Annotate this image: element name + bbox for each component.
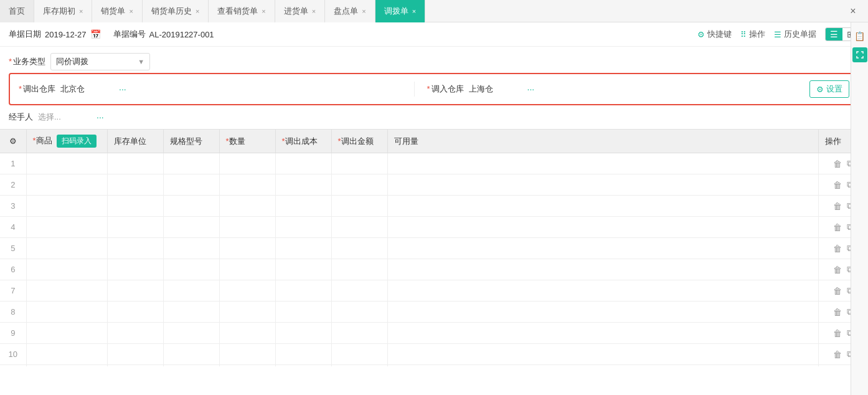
business-type-label: *业务类型: [9, 56, 45, 67]
doc-no-field: 单据编号 AL-20191227-001: [113, 29, 214, 40]
table-row: 11🗑⧉: [0, 365, 868, 367]
doc-no-value: AL-20191227-001: [149, 30, 214, 39]
doc-date-label: 单据日期: [9, 29, 41, 40]
delete-icon[interactable]: 🗑: [833, 159, 842, 169]
warehouse-out-more[interactable]: ···: [119, 84, 126, 94]
delete-icon[interactable]: 🗑: [833, 307, 842, 317]
person-more[interactable]: ···: [97, 112, 104, 122]
th-cost: *调出成本: [275, 130, 331, 153]
tab-close-inventory-init[interactable]: ×: [79, 7, 83, 15]
tab-bar-end: ×: [844, 2, 868, 20]
delete-icon[interactable]: 🗑: [833, 180, 842, 190]
th-amount: *调出金额: [331, 130, 387, 153]
tab-purchase-order[interactable]: 进货单 ×: [275, 0, 325, 22]
settings-icon: ⚙: [816, 85, 824, 94]
shortcuts-link[interactable]: ⚙ 快捷键: [697, 29, 732, 40]
table-row: 10🗑⧉: [0, 344, 868, 365]
tab-close-view-sales[interactable]: ×: [262, 7, 265, 15]
table-row: 9🗑⧉: [0, 323, 868, 344]
warehouse-section: *调出仓库 北京仓 ··· *调入仓库 上海仓 ··· ⚙ 设置: [9, 73, 859, 105]
delete-icon[interactable]: 🗑: [833, 328, 842, 338]
settings-button[interactable]: ⚙ 设置: [809, 80, 849, 98]
actions-link[interactable]: ⠿ 操作: [740, 29, 765, 40]
table-row: 2🗑⧉: [0, 174, 868, 196]
expand-panel-icon[interactable]: [852, 47, 867, 62]
warehouse-in-group: *调入仓库 上海仓 ···: [427, 83, 810, 95]
th-goods: *商品 扫码录入: [26, 130, 107, 153]
right-panel: 📋: [851, 22, 868, 366]
person-select[interactable]: 选择...: [38, 112, 88, 123]
delete-icon[interactable]: 🗑: [833, 265, 842, 275]
business-type-row: *业务类型 同价调拨 ▼: [0, 47, 868, 73]
tab-close-sales-order[interactable]: ×: [129, 7, 133, 15]
note-panel-icon[interactable]: 📋: [852, 29, 867, 44]
warehouse-in-more[interactable]: ···: [527, 84, 535, 94]
shortcuts-icon: ⚙: [697, 30, 705, 39]
table-header-row: ⚙ *商品 扫码录入 库存单位 规格型号 *数量 *调出成本 *调出金额 可用量…: [0, 130, 868, 153]
person-row: 经手人 选择... ···: [0, 112, 868, 129]
tab-bar: 首页 库存期初 × 销货单 × 销货单历史 × 查看销货单 × 进货单 × 盘点…: [0, 0, 868, 22]
delete-icon[interactable]: 🗑: [833, 350, 842, 359]
tab-transfer[interactable]: 调拨单 ×: [375, 0, 425, 22]
th-qty: *数量: [219, 130, 275, 153]
history-icon: ☰: [774, 30, 781, 39]
delete-icon[interactable]: 🗑: [833, 244, 842, 254]
tab-sales-history[interactable]: 销货单历史 ×: [143, 0, 209, 22]
table-row: 1🗑⧉: [0, 153, 868, 174]
warehouse-divider: [414, 82, 415, 97]
table-container: ⚙ *商品 扫码录入 库存单位 规格型号 *数量 *调出成本 *调出金额 可用量…: [0, 129, 868, 366]
warehouse-out-label: *调出仓库: [19, 83, 55, 95]
tab-close-purchase-order[interactable]: ×: [312, 7, 316, 15]
table-row: 5🗑⧉: [0, 238, 868, 259]
tab-close-transfer[interactable]: ×: [412, 7, 416, 15]
history-link[interactable]: ☰ 历史单据: [774, 29, 816, 40]
main-table: ⚙ *商品 扫码录入 库存单位 规格型号 *数量 *调出成本 *调出金额 可用量…: [0, 130, 868, 366]
tab-close-sales-history[interactable]: ×: [196, 7, 199, 15]
doc-date-value: 2019-12-27: [45, 30, 87, 39]
warehouse-out-value: 北京仓: [60, 83, 110, 95]
tab-home[interactable]: 首页: [0, 0, 34, 22]
person-label: 经手人: [9, 112, 33, 123]
view-toggle-list[interactable]: ☰: [826, 28, 842, 40]
chevron-down-icon: ▼: [138, 58, 144, 65]
table-body: 1🗑⧉ 2🗑⧉ 3🗑⧉ 4🗑⧉ 5🗑⧉ 6🗑⧉ 7🗑⧉ 8🗑⧉ 9🗑⧉ 10🗑⧉…: [0, 153, 868, 367]
th-gear[interactable]: ⚙: [0, 130, 26, 153]
warehouse-in-value: 上海仓: [469, 83, 519, 95]
doc-no-label: 单据编号: [113, 29, 146, 40]
table-row: 7🗑⧉: [0, 280, 868, 302]
th-avail: 可用量: [387, 130, 818, 153]
tab-sales-order[interactable]: 销货单 ×: [92, 0, 142, 22]
warehouse-in-label: *调入仓库: [427, 83, 464, 95]
delete-icon[interactable]: 🗑: [833, 222, 842, 232]
delete-icon[interactable]: 🗑: [833, 286, 842, 296]
actions-icon: ⠿: [740, 30, 747, 39]
header-area: 单据日期 2019-12-27 📅 单据编号 AL-20191227-001 ⚙…: [0, 22, 868, 47]
table-row: 3🗑⧉: [0, 196, 868, 217]
tab-stocktake[interactable]: 盘点单 ×: [325, 0, 375, 22]
window-close-button[interactable]: ×: [844, 2, 862, 20]
business-type-select[interactable]: 同价调拨 ▼: [50, 53, 150, 70]
settings-btn-wrapper: ⚙ 设置: [809, 80, 849, 98]
delete-icon[interactable]: 🗑: [833, 201, 842, 211]
tab-view-sales[interactable]: 查看销货单 ×: [209, 0, 275, 22]
scan-button[interactable]: 扫码录入: [57, 135, 97, 148]
table-row: 6🗑⧉: [0, 259, 868, 280]
doc-date-field: 单据日期 2019-12-27 📅: [9, 29, 101, 40]
header-left: 单据日期 2019-12-27 📅 单据编号 AL-20191227-001: [9, 29, 697, 40]
th-unit: 库存单位: [107, 130, 163, 153]
table-row: 4🗑⧉: [0, 217, 868, 238]
gear-icon[interactable]: ⚙: [9, 136, 17, 146]
header-right: ⚙ 快捷键 ⠿ 操作 ☰ 历史单据 ☰ ⊞: [697, 27, 859, 41]
table-row: 8🗑⧉: [0, 302, 868, 323]
tab-inventory-init[interactable]: 库存期初 ×: [34, 0, 92, 22]
th-spec: 规格型号: [163, 130, 219, 153]
tab-close-stocktake[interactable]: ×: [362, 7, 366, 15]
table-scroll[interactable]: ⚙ *商品 扫码录入 库存单位 规格型号 *数量 *调出成本 *调出金额 可用量…: [0, 130, 868, 366]
calendar-icon[interactable]: 📅: [90, 29, 101, 39]
business-type-group: *业务类型 同价调拨 ▼: [9, 53, 859, 70]
warehouse-out-group: *调出仓库 北京仓 ···: [19, 83, 402, 95]
